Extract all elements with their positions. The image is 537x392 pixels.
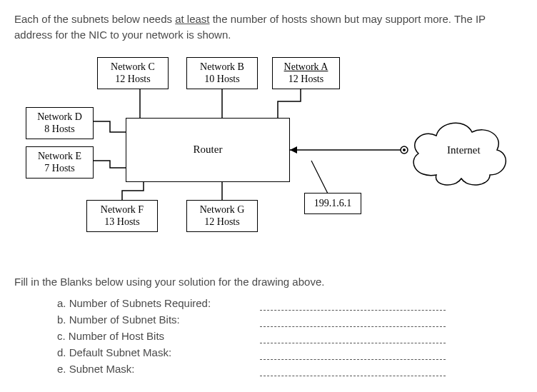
network-d-box: Network D 8 Hosts [26,107,94,139]
question-a-row: a. Number of Subnets Required: [57,295,523,311]
network-diagram: Router Network C 12 Hosts Network B 10 H… [19,50,518,264]
network-f-name: Network F [91,203,153,216]
answer-e-blank[interactable] [260,366,446,376]
question-list: a. Number of Subnets Required: b. Number… [57,295,523,376]
network-e-box: Network E 7 Hosts [26,146,94,179]
network-c-name: Network C [102,61,164,74]
question-c-label: c. Number of Host Bits [57,328,243,344]
question-e-row: e. Subnet Mask: [57,361,523,376]
network-e-name: Network E [31,150,89,163]
intro-text: Each of the subnets below needs at least… [14,11,523,43]
question-b-row: b. Number of Subnet Bits: [57,311,523,327]
intro-underlined: at least [175,13,209,25]
network-d-hosts: 8 Hosts [31,123,89,136]
question-e-label: e. Subnet Mask: [57,361,243,377]
question-a-label: a. Number of Subnets Required: [57,296,243,311]
network-g-hosts: 12 Hosts [191,216,253,228]
fill-in-intro: Fill in the Blanks below using your solu… [14,274,523,290]
network-g-box: Network G 12 Hosts [186,200,258,232]
network-d-name: Network D [31,111,89,124]
network-c-box: Network C 12 Hosts [97,57,169,89]
svg-line-7 [311,161,329,196]
network-f-hosts: 13 Hosts [91,216,153,228]
question-d-row: d. Default Subnet Mask: [57,344,523,360]
network-a-hosts: 12 Hosts [277,73,335,86]
ip-address-box: 199.1.6.1 [304,193,361,214]
network-c-hosts: 12 Hosts [102,73,164,86]
network-g-name: Network G [191,203,253,216]
question-d-label: d. Default Subnet Mask: [57,345,243,361]
router-label: Router [194,142,223,158]
svg-marker-4 [290,146,297,154]
answer-c-blank[interactable] [260,333,446,343]
network-b-name: Network B [191,61,253,74]
answer-d-blank[interactable] [260,350,446,360]
internet-label: Internet [447,143,481,159]
question-c-row: c. Number of Host Bits [57,328,523,343]
network-b-box: Network B 10 Hosts [186,57,258,89]
answer-a-blank[interactable] [260,301,446,311]
ip-address-label: 199.1.6.1 [314,198,352,208]
network-b-hosts: 10 Hosts [191,73,253,86]
network-f-box: Network F 13 Hosts [86,200,158,232]
router-box: Router [126,118,290,182]
question-b-label: b. Number of Subnet Bits: [57,312,243,328]
network-a-box: Network A 12 Hosts [272,57,340,89]
network-e-hosts: 7 Hosts [31,162,89,175]
answer-b-blank[interactable] [260,317,446,327]
svg-point-5 [401,146,408,154]
network-a-name: Network A [277,61,335,74]
intro-part1: Each of the subnets below needs [14,13,175,25]
svg-point-6 [403,149,406,151]
